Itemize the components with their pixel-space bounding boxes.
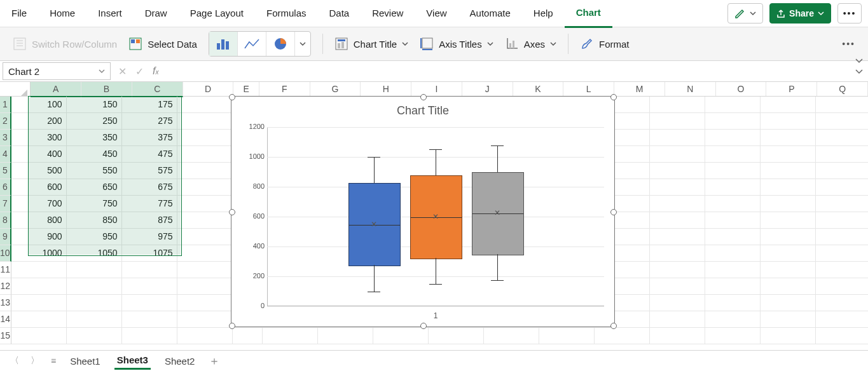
cell-P13[interactable] — [816, 295, 868, 311]
tab-file[interactable]: File — [0, 0, 38, 27]
formula-expand[interactable] — [850, 68, 868, 74]
cell-M4[interactable] — [650, 146, 705, 163]
row-header-1[interactable]: 1 — [0, 97, 11, 113]
column-header-H[interactable]: H — [361, 82, 411, 96]
sheet-next[interactable]: 〉 — [31, 355, 39, 367]
cell-M10[interactable] — [650, 245, 705, 262]
cell-M13[interactable] — [650, 295, 705, 311]
cell-F15[interactable] — [263, 328, 318, 344]
cell-B4[interactable]: 450 — [67, 146, 122, 163]
cell-D1[interactable] — [177, 97, 233, 113]
cell-P15[interactable] — [816, 328, 868, 344]
cell-B15[interactable] — [67, 328, 122, 344]
cell-M15[interactable] — [650, 328, 705, 344]
cell-C5[interactable]: 575 — [122, 163, 177, 179]
cell-O6[interactable] — [761, 179, 816, 196]
cell-A12[interactable] — [11, 278, 67, 295]
cell-M8[interactable] — [650, 212, 705, 229]
cell-D9[interactable] — [177, 229, 233, 245]
cell-D10[interactable] — [177, 245, 233, 262]
tab-draw[interactable]: Draw — [134, 0, 179, 27]
resize-handle[interactable] — [420, 94, 427, 100]
chart-plot-area[interactable]: 020040060080010001200 1 ✕✕✕ — [267, 127, 604, 306]
cell-O8[interactable] — [761, 212, 816, 229]
cell-D5[interactable] — [177, 163, 233, 179]
cell-A1[interactable]: 100 — [11, 97, 67, 113]
column-header-K[interactable]: K — [513, 82, 564, 96]
cell-H15[interactable] — [373, 328, 429, 344]
row-header-2[interactable]: 2 — [0, 113, 11, 130]
spreadsheet-grid[interactable]: ABCDEFGHIJKLMNOPQ 123456789101112131415 … — [0, 82, 868, 360]
row-header-8[interactable]: 8 — [0, 212, 11, 229]
cell-O13[interactable] — [761, 295, 816, 311]
cell-M6[interactable] — [650, 179, 705, 196]
cell-N8[interactable] — [705, 212, 761, 229]
cell-A5[interactable]: 500 — [11, 163, 67, 179]
cell-C4[interactable]: 475 — [122, 146, 177, 163]
row-header-5[interactable]: 5 — [0, 163, 11, 179]
cell-A8[interactable]: 800 — [11, 212, 67, 229]
column-header-Q[interactable]: Q — [817, 82, 868, 96]
cell-P3[interactable] — [816, 130, 868, 146]
chart-object[interactable]: Chart Title 020040060080010001200 1 ✕✕✕ — [231, 96, 615, 327]
tab-page-layout[interactable]: Page Layout — [179, 0, 255, 27]
cell-D3[interactable] — [177, 130, 233, 146]
cell-D6[interactable] — [177, 179, 233, 196]
cell-E15[interactable] — [233, 328, 263, 344]
chart-type-column[interactable] — [209, 32, 238, 56]
cell-N2[interactable] — [705, 113, 761, 130]
cell-K15[interactable] — [539, 328, 595, 344]
column-header-G[interactable]: G — [310, 82, 361, 96]
cell-D4[interactable] — [177, 146, 233, 163]
row-header-12[interactable]: 12 — [0, 278, 11, 295]
cell-P14[interactable] — [816, 311, 868, 328]
tab-home[interactable]: Home — [38, 0, 86, 27]
cell-O14[interactable] — [761, 311, 816, 328]
chart-type-more[interactable] — [295, 32, 310, 56]
cell-P2[interactable] — [816, 113, 868, 130]
cell-O4[interactable] — [761, 146, 816, 163]
cell-A3[interactable]: 300 — [11, 130, 67, 146]
cell-B9[interactable]: 950 — [67, 229, 122, 245]
row-header-4[interactable]: 4 — [0, 146, 11, 163]
cell-O7[interactable] — [761, 196, 816, 212]
tab-formulas[interactable]: Formulas — [255, 0, 318, 27]
tab-insert[interactable]: Insert — [86, 0, 134, 27]
sheet-tab-sheet2[interactable]: Sheet2 — [162, 353, 198, 369]
cell-B6[interactable]: 650 — [67, 179, 122, 196]
editing-mode-button[interactable] — [727, 3, 763, 24]
cell-N7[interactable] — [705, 196, 761, 212]
cell-B12[interactable] — [67, 278, 122, 295]
cancel-icon[interactable]: ✕ — [118, 65, 127, 78]
cell-D12[interactable] — [177, 278, 233, 295]
row-header-3[interactable]: 3 — [0, 130, 11, 146]
cell-D2[interactable] — [177, 113, 233, 130]
sheet-tab-sheet3[interactable]: Sheet3 — [114, 352, 151, 370]
resize-handle[interactable] — [610, 94, 617, 100]
row-header-13[interactable]: 13 — [0, 295, 11, 311]
column-header-M[interactable]: M — [614, 82, 665, 96]
cell-N9[interactable] — [705, 229, 761, 245]
cell-C14[interactable] — [122, 311, 177, 328]
format-button[interactable]: Format — [580, 37, 630, 51]
cell-B10[interactable]: 1050 — [67, 245, 122, 262]
cell-C12[interactable] — [122, 278, 177, 295]
column-header-C[interactable]: C — [132, 82, 183, 97]
cell-C8[interactable]: 875 — [122, 212, 177, 229]
row-header-9[interactable]: 9 — [0, 229, 11, 245]
share-button[interactable]: Share — [769, 3, 831, 24]
cell-N15[interactable] — [705, 328, 761, 344]
cell-C9[interactable]: 975 — [122, 229, 177, 245]
cell-G15[interactable] — [318, 328, 373, 344]
cell-D8[interactable] — [177, 212, 233, 229]
tab-review[interactable]: Review — [361, 0, 415, 27]
cell-B7[interactable]: 750 — [67, 196, 122, 212]
column-header-J[interactable]: J — [462, 82, 513, 96]
cell-M7[interactable] — [650, 196, 705, 212]
cell-P12[interactable] — [816, 278, 868, 295]
enter-icon[interactable]: ✓ — [135, 65, 144, 78]
chart-type-pie[interactable] — [266, 32, 295, 56]
row-header-11[interactable]: 11 — [0, 262, 11, 278]
cell-D15[interactable] — [177, 328, 233, 344]
cell-D7[interactable] — [177, 196, 233, 212]
